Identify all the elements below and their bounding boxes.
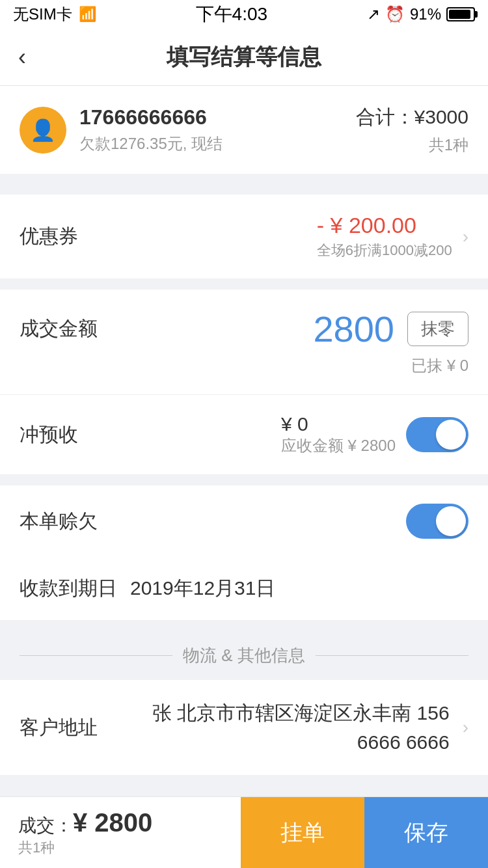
section-gap-3 — [0, 475, 488, 485]
coupon-label: 优惠券 — [20, 223, 78, 250]
bottom-info: 成交：¥ 2800 共1种 — [0, 797, 241, 868]
total-value: ¥3000 — [414, 106, 468, 128]
pending-button[interactable]: 挂单 — [241, 797, 364, 868]
customer-phone: 17666666666 — [79, 105, 223, 129]
status-time: 下午4:03 — [196, 2, 268, 27]
customer-left: 👤 17666666666 欠款1276.35元, 现结 — [20, 105, 223, 154]
chevron-right-icon: › — [463, 226, 468, 247]
divider-line-left — [20, 655, 172, 656]
content: 👤 17666666666 欠款1276.35元, 现结 合计：¥3000 共1… — [0, 86, 488, 860]
duedate-value: 2019年12月31日 — [130, 575, 275, 602]
section-gap-1 — [0, 184, 488, 195]
bottom-count: 共1种 — [18, 838, 223, 858]
section-gap-4 — [0, 621, 488, 631]
duedate-label: 收款到期日 — [20, 575, 117, 602]
duedate-section: 收款到期日 2019年12月31日 — [0, 557, 488, 621]
bottom-total: 成交：¥ 2800 — [18, 808, 223, 838]
back-button[interactable]: ‹ — [18, 44, 26, 71]
address-chevron-icon: › — [463, 717, 468, 738]
divider-line-right — [316, 655, 468, 656]
location-icon: ↗ — [367, 5, 380, 23]
battery-icon — [446, 7, 475, 21]
total-label: 合计： — [356, 106, 414, 128]
customer-info: 17666666666 欠款1276.35元, 现结 — [79, 105, 223, 154]
battery-percent: 91% — [410, 5, 441, 23]
section-gap-2 — [0, 279, 488, 290]
coupon-row[interactable]: 优惠券 - ¥ 200.00 全场6折满1000减200 › — [0, 195, 488, 279]
page-title: 填写结算等信息 — [167, 42, 321, 72]
duedate-row: 收款到期日 2019年12月31日 — [20, 575, 468, 602]
address-value: 张 北京市市辖区海淀区永丰南 156 6666 6666 — [111, 698, 450, 757]
status-right: ↗ ⏰ 91% — [367, 5, 475, 23]
address-section[interactable]: 客户地址 张 北京市市辖区海淀区永丰南 156 6666 6666 › — [0, 680, 488, 775]
bottom-total-label: 成交： — [18, 815, 73, 835]
prereceive-section: 冲预收 ¥ 0 应收金额 ¥ 2800 — [0, 395, 488, 475]
logistics-label: 物流 & 其他信息 — [183, 644, 305, 667]
save-button[interactable]: 保存 — [364, 797, 488, 868]
deferred-toggle[interactable] — [406, 504, 468, 539]
status-bar: 无SIM卡 📶 下午4:03 ↗ ⏰ 91% — [0, 0, 488, 29]
amount-sub: 已抹 ¥ 0 — [20, 355, 468, 376]
amount-section: 成交金额 2800 抹零 已抹 ¥ 0 — [0, 290, 488, 395]
address-label: 客户地址 — [20, 714, 98, 741]
prereceive-row: 冲预收 ¥ 0 应收金额 ¥ 2800 — [20, 413, 468, 456]
prereceive-sub: 应收金额 ¥ 2800 — [281, 435, 396, 456]
status-left: 无SIM卡 📶 — [13, 4, 96, 25]
prereceive-label: 冲预收 — [20, 422, 78, 448]
amount-label: 成交金额 — [20, 316, 98, 342]
deferred-toggle-knob — [436, 506, 466, 536]
customer-total: 合计：¥3000 — [356, 104, 468, 131]
amount-value: 2800 — [313, 308, 394, 350]
avatar-icon: 👤 — [30, 118, 56, 142]
logistics-divider: 物流 & 其他信息 — [0, 631, 488, 680]
wifi-icon: 📶 — [79, 6, 96, 23]
battery-fill — [449, 10, 470, 19]
customer-sub: 欠款1276.35元, 现结 — [79, 133, 223, 154]
round-button[interactable]: 抹零 — [407, 312, 468, 346]
deferred-section: 本单赊欠 — [0, 485, 488, 557]
coupon-desc: 全场6折满1000减200 — [317, 241, 452, 260]
avatar: 👤 — [20, 107, 66, 154]
amount-row: 成交金额 2800 抹零 — [20, 308, 468, 350]
customer-card: 👤 17666666666 欠款1276.35元, 现结 合计：¥3000 共1… — [0, 86, 488, 174]
amount-right: 2800 抹零 — [313, 308, 468, 350]
carrier-text: 无SIM卡 — [13, 4, 72, 25]
deferred-label: 本单赊欠 — [20, 508, 98, 535]
bottom-bar: 成交：¥ 2800 共1种 挂单 保存 — [0, 796, 488, 868]
alarm-icon: ⏰ — [385, 5, 405, 23]
coupon-right: - ¥ 200.00 全场6折满1000减200 › — [317, 213, 468, 260]
customer-right: 合计：¥3000 共1种 — [356, 104, 468, 156]
customer-count: 共1种 — [356, 135, 468, 156]
coupon-discount: - ¥ 200.00 — [317, 213, 452, 238]
toggle-knob — [436, 420, 466, 450]
prereceive-toggle-wrap: ¥ 0 应收金额 ¥ 2800 — [281, 413, 468, 456]
bottom-total-value: ¥ 2800 — [73, 808, 152, 837]
header: ‹ 填写结算等信息 — [0, 29, 488, 86]
prereceive-toggle[interactable] — [406, 417, 468, 452]
prereceive-amount: ¥ 0 — [281, 413, 396, 435]
